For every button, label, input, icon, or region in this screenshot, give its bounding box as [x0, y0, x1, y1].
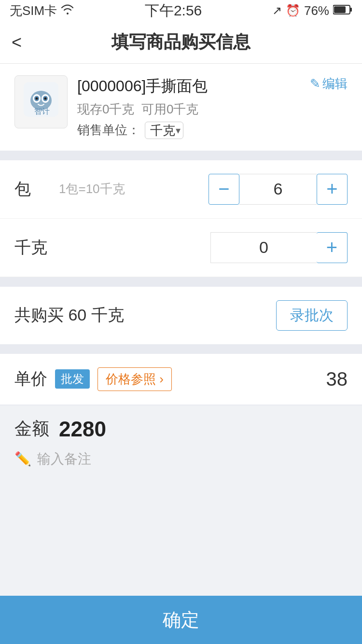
page-title: 填写商品购买信息: [111, 30, 251, 54]
location-icon: ↗: [272, 4, 282, 17]
svg-rect-1: [350, 8, 352, 12]
product-image: 智计: [14, 75, 68, 128]
product-logo-icon: 智计: [24, 82, 58, 122]
nav-bar: < 填写商品购买信息: [0, 21, 362, 64]
price-tag: 批发: [55, 369, 90, 389]
bao-minus-button[interactable]: −: [209, 174, 239, 205]
edit-icon: ✎: [310, 76, 320, 91]
product-card: 智计 [0000006]手撕面包 现存0千克 可用0千克 销售单位： 千克 包 …: [0, 64, 362, 151]
wifi-icon: [61, 3, 74, 18]
svg-point-10: [44, 98, 47, 100]
remark-icon: ✏️: [14, 451, 31, 467]
bao-plus-button[interactable]: +: [317, 174, 348, 205]
price-label: 单价: [14, 368, 47, 390]
back-button[interactable]: <: [12, 32, 22, 53]
svg-rect-2: [334, 6, 346, 13]
alarm-icon: ⏰: [286, 4, 300, 17]
price-section: 单价 批发 价格参照 › 38: [0, 354, 362, 405]
bao-label: 包: [14, 178, 53, 200]
amount-value: 2280: [59, 417, 106, 441]
svg-text:智计: 智计: [34, 107, 50, 115]
amount-row: 金额 2280: [14, 417, 348, 441]
svg-point-9: [36, 98, 38, 100]
qianke-qty-control: +: [210, 232, 348, 263]
section-divider-2: [0, 277, 362, 287]
product-unit-row: 销售单位： 千克 包: [77, 122, 348, 139]
price-value: 38: [326, 368, 348, 390]
batch-button[interactable]: 录批次: [276, 300, 348, 331]
qianke-input-row: 千克 +: [0, 219, 362, 277]
section-divider-3: [0, 344, 362, 354]
qianke-label: 千克: [14, 237, 53, 259]
remark-row[interactable]: ✏️ 输入备注: [14, 450, 348, 468]
qianke-plus-button[interactable]: +: [317, 232, 348, 263]
bao-input-row: 包 1包=10千克 − +: [0, 160, 362, 219]
section-divider-1: [0, 151, 362, 160]
status-right: ↗ ⏰ 76%: [272, 3, 352, 18]
summary-text: 共购买 60 千克: [14, 304, 124, 326]
bao-sublabel: 1包=10千克: [59, 181, 209, 197]
amount-section: 金额 2280 ✏️ 输入备注: [0, 406, 362, 468]
product-name: [0000006]手撕面包: [77, 75, 348, 97]
bottom-spacer: [0, 468, 362, 526]
remark-placeholder[interactable]: 输入备注: [37, 450, 91, 468]
input-section: 包 1包=10千克 − + 千克 +: [0, 160, 362, 277]
carrier-text: 无SIM卡: [10, 2, 57, 19]
product-stock: 现存0千克 可用0千克: [77, 101, 348, 118]
confirm-button[interactable]: 确定: [0, 596, 362, 644]
summary-row: 共购买 60 千克 录批次: [0, 287, 362, 344]
unit-select-wrap[interactable]: 千克 包: [145, 122, 183, 139]
edit-button[interactable]: ✎ 编辑: [310, 75, 348, 92]
unit-select[interactable]: 千克 包: [145, 122, 183, 139]
amount-label: 金额: [14, 417, 49, 441]
battery-icon: [333, 3, 352, 18]
status-time: 下午2:56: [145, 1, 202, 21]
qianke-qty-input[interactable]: [210, 232, 317, 263]
bao-qty-input[interactable]: [239, 174, 317, 205]
status-left: 无SIM卡: [10, 2, 74, 19]
battery-text: 76%: [304, 3, 329, 18]
price-ref-button[interactable]: 价格参照 ›: [97, 367, 172, 391]
status-bar: 无SIM卡 下午2:56 ↗ ⏰ 76%: [0, 0, 362, 21]
bao-qty-control: − +: [209, 174, 348, 205]
product-info: [0000006]手撕面包 现存0千克 可用0千克 销售单位： 千克 包: [77, 75, 348, 139]
